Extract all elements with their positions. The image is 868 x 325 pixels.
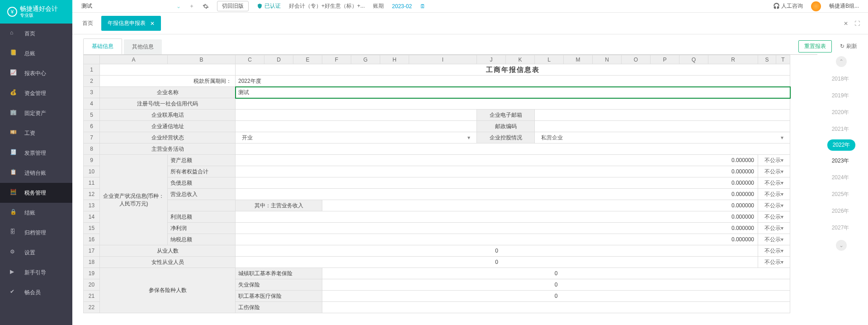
fin-value-15[interactable]: 0.000000 xyxy=(236,223,758,234)
col-P[interactable]: P xyxy=(651,55,679,64)
select-cell[interactable]: 不公示▾ xyxy=(760,168,788,176)
col-M[interactable]: M xyxy=(564,55,593,64)
ins-value-22[interactable] xyxy=(322,302,790,313)
col-F[interactable]: F xyxy=(322,55,351,64)
period-value[interactable]: 2023-02 xyxy=(392,3,412,10)
col-T[interactable]: T xyxy=(776,55,790,64)
fin-public-16[interactable]: 不公示▾ xyxy=(758,234,790,245)
fin-value-11[interactable]: 0.000000 xyxy=(236,177,758,189)
col-S[interactable]: S xyxy=(758,55,776,64)
gear-icon[interactable] xyxy=(203,3,209,10)
year-2019年[interactable]: 2019年 xyxy=(827,89,856,102)
year-2024年[interactable]: 2024年 xyxy=(827,171,856,184)
select-cell[interactable]: 不公示▾ xyxy=(760,157,788,164)
row-14[interactable]: 14 xyxy=(84,211,100,223)
sidebar-item-8[interactable]: 🧮税务管理 xyxy=(0,183,72,203)
sidebar-item-13[interactable]: ✔畅会员 xyxy=(0,282,72,302)
sidebar-item-7[interactable]: 📋进销台账 xyxy=(0,163,72,183)
row-10[interactable]: 10 xyxy=(84,166,100,177)
sidebar-item-10[interactable]: 🗄归档管理 xyxy=(0,223,72,243)
ins-value-20[interactable]: 0 xyxy=(322,279,790,291)
sidebar-item-5[interactable]: 💴工资 xyxy=(0,123,72,143)
col-O[interactable]: O xyxy=(622,55,651,64)
sheet-scroll[interactable]: ABCDEFGHIJKLMNOPQRST1工商年报信息表2税款所属期间：2022… xyxy=(83,54,817,325)
row-13[interactable]: 13 xyxy=(84,200,100,211)
row-11[interactable]: 11 xyxy=(84,177,100,189)
row-18[interactable]: 18 xyxy=(84,257,100,268)
sidebar-item-4[interactable]: 🏢固定资产 xyxy=(0,103,72,123)
select-cell[interactable]: 不公示▾ xyxy=(760,258,788,266)
col-R[interactable]: R xyxy=(708,55,758,64)
fin-value-12[interactable]: 0.000000 xyxy=(236,189,758,200)
year-2027年[interactable]: 2027年 xyxy=(827,221,856,234)
row-20[interactable]: 20 xyxy=(84,279,100,291)
select-cell[interactable]: 不公示▾ xyxy=(760,225,788,232)
row-19[interactable]: 19 xyxy=(84,268,100,279)
year-2020年[interactable]: 2020年 xyxy=(827,106,856,119)
ins-value-21[interactable]: 0 xyxy=(322,291,790,302)
year-down-icon[interactable]: ⌄ xyxy=(836,240,847,251)
user-name[interactable]: 畅捷通B组... xyxy=(829,2,859,10)
switch-old-button[interactable]: 切回旧版 xyxy=(217,1,249,11)
year-2025年[interactable]: 2025年 xyxy=(827,188,856,201)
expand-icon[interactable]: ⛶ xyxy=(854,20,860,27)
fin-public-14[interactable]: 不公示▾ xyxy=(758,211,790,223)
close-all-icon[interactable]: ✕ xyxy=(844,20,848,27)
row-7[interactable]: 7 xyxy=(84,132,100,143)
support-link[interactable]: 🎧 人工咨询 xyxy=(773,2,803,10)
year-2021年[interactable]: 2021年 xyxy=(827,123,856,136)
tab-home[interactable]: 首页 xyxy=(82,17,93,30)
select-cell[interactable]: 不公示▾ xyxy=(760,213,788,221)
select-cell[interactable]: 不公示▾ xyxy=(760,202,788,210)
year-2023年[interactable]: 2023年 xyxy=(827,154,856,167)
company-value[interactable]: 测试 xyxy=(236,87,790,98)
holding-value[interactable]: 私营企业▾ xyxy=(535,132,790,143)
add-org-icon[interactable]: ＋ xyxy=(189,2,194,10)
select-cell[interactable]: 不公示▾ xyxy=(760,236,788,244)
sidebar-item-9[interactable]: 🔒结账 xyxy=(0,203,72,223)
row-4[interactable]: 4 xyxy=(84,98,100,110)
fin-value-16[interactable]: 0.000000 xyxy=(236,234,758,245)
subtab-other[interactable]: 其他信息 xyxy=(124,39,162,54)
fin-value-10[interactable]: 0.000000 xyxy=(236,166,758,177)
row-15[interactable]: 15 xyxy=(84,223,100,234)
col-G[interactable]: G xyxy=(351,55,380,64)
col-H[interactable]: H xyxy=(380,55,409,64)
mainbiz-value[interactable] xyxy=(236,143,790,155)
row-22[interactable]: 22 xyxy=(84,302,100,313)
sidebar-item-3[interactable]: 💰资金管理 xyxy=(0,83,72,103)
row-21[interactable]: 21 xyxy=(84,291,100,302)
tab-report[interactable]: 年报信息申报表 ✕ xyxy=(101,16,161,31)
row-17[interactable]: 17 xyxy=(84,245,100,257)
row-12[interactable]: 12 xyxy=(84,189,100,200)
employees-value[interactable]: 0 xyxy=(236,245,758,257)
col-D[interactable]: D xyxy=(264,55,293,64)
fin-public-10[interactable]: 不公示▾ xyxy=(758,166,790,177)
row-3[interactable]: 3 xyxy=(84,87,100,98)
select-cell[interactable]: 不公示▾ xyxy=(760,191,788,198)
year-2018年[interactable]: 2018年 xyxy=(827,72,856,86)
select-cell[interactable]: 开业▾ xyxy=(237,134,475,142)
regno-value[interactable] xyxy=(236,98,790,110)
col-Q[interactable]: Q xyxy=(679,55,708,64)
col-K[interactable]: K xyxy=(506,55,535,64)
row-9[interactable]: 9 xyxy=(84,155,100,166)
refresh-button[interactable]: ↻ 刷新 xyxy=(840,43,857,50)
female-value[interactable]: 0 xyxy=(236,257,758,268)
fin-public-13[interactable]: 不公示▾ xyxy=(758,200,790,211)
phone-value[interactable] xyxy=(236,110,477,121)
fin-public-12[interactable]: 不公示▾ xyxy=(758,189,790,200)
female-public[interactable]: 不公示▾ xyxy=(758,257,790,268)
row-16[interactable]: 16 xyxy=(84,234,100,245)
avatar[interactable] xyxy=(811,1,821,11)
postcode-value[interactable] xyxy=(535,121,790,132)
sidebar-item-12[interactable]: ▶新手引导 xyxy=(0,263,72,282)
subtab-basic[interactable]: 基础信息 xyxy=(83,38,122,54)
status-value[interactable]: 开业▾ xyxy=(236,132,477,143)
address-value[interactable] xyxy=(236,121,477,132)
sidebar-item-11[interactable]: ⚙设置 xyxy=(0,243,72,263)
fin-public-9[interactable]: 不公示▾ xyxy=(758,155,790,166)
year-up-icon[interactable]: ⌃ xyxy=(836,56,847,67)
select-cell[interactable]: 不公示▾ xyxy=(760,247,788,255)
fin-public-11[interactable]: 不公示▾ xyxy=(758,177,790,189)
